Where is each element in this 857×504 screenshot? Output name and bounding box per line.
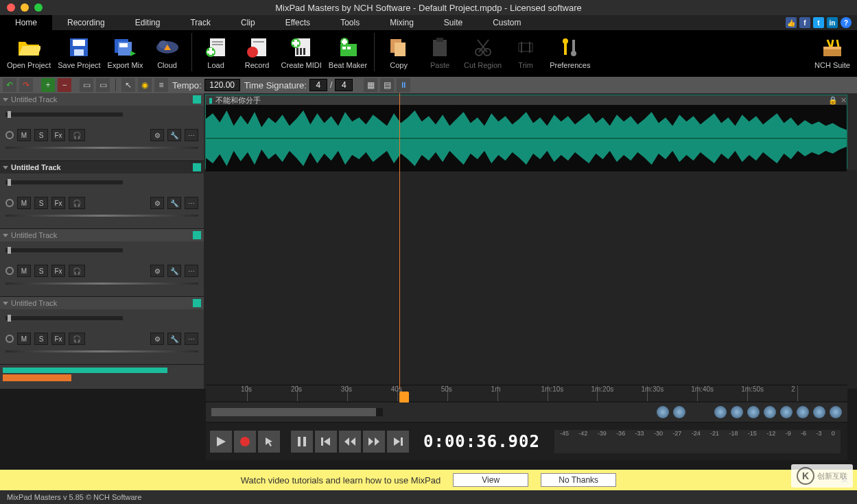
twitter-icon[interactable]: t [813,17,824,28]
monitor-button[interactable]: 🎧 [69,129,85,141]
zoom-4-icon[interactable] [780,406,793,418]
promo-view-button[interactable]: View [453,473,528,487]
more-button[interactable]: ⋯ [185,333,198,345]
menu-tools[interactable]: Tools [325,15,375,30]
lock-icon[interactable]: 🔒 [828,96,838,105]
menu-track[interactable]: Track [175,15,226,30]
tool-1-button[interactable]: ▭ [80,78,93,92]
tool-2-button[interactable]: ▭ [96,78,110,92]
zoom-3-icon[interactable] [764,406,776,418]
volume-fader[interactable] [5,248,123,252]
track-row[interactable]: Untitled Track M S Fx 🎧 ⚙ 🔧 ⋯ [0,93,204,161]
cursor-button[interactable] [258,431,280,453]
menu-custom[interactable]: Custom [478,15,536,30]
like-icon[interactable]: 👍 [786,17,797,28]
expand-icon[interactable] [3,234,8,237]
go-end-button[interactable] [387,431,409,453]
pan-slider[interactable] [5,147,198,149]
solo-button[interactable]: S [34,333,48,345]
fx-button[interactable]: Fx [51,333,65,345]
track-color-icon[interactable] [193,95,201,104]
expand-icon[interactable] [3,302,8,305]
track-row[interactable]: Untitled Track M S Fx 🎧 ⚙ 🔧 ⋯ [0,161,204,229]
mute-button[interactable]: M [17,197,31,209]
expand-icon[interactable] [3,166,8,169]
volume-fader[interactable] [5,112,123,117]
zoom-1-icon[interactable] [731,406,743,418]
zoom-7-icon[interactable] [830,406,842,418]
export-mix-button[interactable]: Export Mix [105,33,146,71]
fx-button[interactable]: Fx [51,197,65,209]
solo-button[interactable]: S [34,197,48,209]
pan-slider[interactable] [5,215,198,217]
view-1-button[interactable]: ▦ [364,78,377,92]
overview-selection[interactable] [3,374,71,381]
copy-button[interactable]: Copy [379,33,419,71]
zoom-6-icon[interactable] [813,406,825,418]
pan-slider[interactable] [5,350,198,352]
playhead[interactable] [399,93,400,389]
beat-maker-button[interactable]: Beat Maker [326,33,370,71]
open-project-button[interactable]: Open Project [4,33,54,71]
monitor-button[interactable]: 🎧 [69,333,85,345]
preferences-button[interactable]: Preferences [547,33,593,71]
arm-record-button[interactable] [5,267,14,275]
zoom-5-icon[interactable] [797,406,809,418]
pan-slider[interactable] [5,283,198,285]
monitor-button[interactable]: 🎧 [69,197,85,209]
nch-suite-button[interactable]: NCH Suite [812,33,853,71]
send-button[interactable]: ⚙ [150,129,164,141]
solo-button[interactable]: S [34,129,48,141]
track-lane[interactable]: ▮ 不能和你分手 🔒 ✕ [204,93,857,170]
play-button[interactable] [210,431,232,453]
timeline-canvas[interactable]: ▮ 不能和你分手 🔒 ✕ [204,93,857,389]
view-3-button[interactable]: ⏸ [397,78,410,92]
metronome-button[interactable]: ≡ [154,78,168,92]
go-start-button[interactable] [315,431,337,453]
wrench-button[interactable]: 🔧 [167,333,181,345]
expand-icon[interactable] [3,98,8,101]
more-button[interactable]: ⋯ [185,129,198,141]
zoom-2-icon[interactable] [747,406,760,418]
menu-suite[interactable]: Suite [429,15,478,30]
snap-button[interactable]: ◉ [138,78,152,92]
clip-close-icon[interactable]: ✕ [841,96,847,105]
fx-button[interactable]: Fx [51,129,65,141]
menu-mixing[interactable]: Mixing [375,15,429,30]
audio-clip[interactable]: ▮ 不能和你分手 🔒 ✕ [205,95,847,169]
record-transport-button[interactable] [234,431,256,453]
monitor-button[interactable]: 🎧 [69,265,85,277]
more-button[interactable]: ⋯ [185,197,198,209]
send-button[interactable]: ⚙ [150,265,164,277]
arm-record-button[interactable] [5,199,14,207]
menu-editing[interactable]: Editing [120,15,176,30]
volume-fader[interactable] [5,180,123,184]
view-2-button[interactable]: ▤ [380,78,394,92]
send-button[interactable]: ⚙ [150,197,164,209]
menu-clip[interactable]: Clip [226,15,270,30]
horizontal-scrollbar[interactable] [211,408,383,416]
volume-fader[interactable] [5,316,123,320]
menu-home[interactable]: Home [0,15,52,30]
cloud-button[interactable]: Cloud [148,33,187,71]
facebook-icon[interactable]: f [799,17,810,28]
mute-button[interactable]: M [17,265,31,277]
tempo-input[interactable] [204,79,240,91]
track-row[interactable]: Untitled Track M S Fx 🎧 ⚙ 🔧 ⋯ [0,297,204,365]
redo-button[interactable]: ↷ [19,78,33,92]
solo-button[interactable]: S [34,265,48,277]
undo-button[interactable]: ↶ [3,78,16,92]
rewind-button[interactable] [339,431,361,453]
menu-effects[interactable]: Effects [270,15,325,30]
promo-no-button[interactable]: No Thanks [541,473,616,487]
send-button[interactable]: ⚙ [150,333,164,345]
zoom-fit-icon[interactable] [714,406,727,418]
add-track-button[interactable]: + [41,78,55,92]
track-color-icon[interactable] [193,231,201,239]
wrench-button[interactable]: 🔧 [167,197,181,209]
mute-button[interactable]: M [17,333,31,345]
zoom-in-h-icon[interactable] [657,406,669,418]
help-icon[interactable]: ? [841,17,852,28]
track-color-icon[interactable] [193,299,201,307]
create-midi-button[interactable]: Create MIDI [279,33,325,71]
